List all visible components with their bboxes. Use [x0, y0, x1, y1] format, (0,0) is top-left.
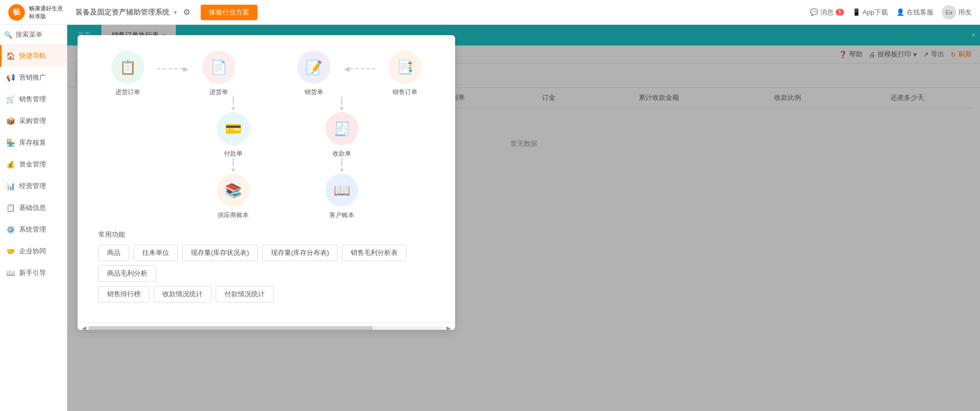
message-icon: 💬: [810, 8, 818, 16]
message-button[interactable]: 💬 消息 5: [810, 8, 844, 17]
message-badge: 5: [836, 9, 844, 16]
func-buttons-row-2: 销售排行榜 收款情况统计 付款情况统计: [98, 286, 434, 302]
sidebar-item-purchase[interactable]: 📦 采购管理: [0, 110, 67, 132]
common-functions-section: 常用功能 商品 往来单位 现存量(库存状况表) 现存量(库存分布表) 销售毛利分…: [98, 230, 434, 302]
payment-label: 付款单: [224, 149, 243, 158]
flow-node-sales-bill[interactable]: 📝 销货单: [284, 51, 343, 97]
arrow-sales-order-to-bill: ◀: [344, 65, 375, 73]
purchase-order-circle: 📋: [111, 51, 144, 84]
scrollbar-thumb: [88, 326, 373, 330]
common-functions-title: 常用功能: [98, 230, 434, 239]
sidebar-item-system[interactable]: ⚙️ 系统管理: [0, 219, 67, 240]
func-btn-stock-status[interactable]: 现存量(库存状况表): [182, 245, 258, 261]
flow-second-row: 💳 付款单 🧾 收款单: [98, 112, 434, 158]
supplier-ledger-label: 供应商账本: [218, 211, 249, 220]
sidebar-item-inventory[interactable]: 🏪 库存核算: [0, 132, 67, 154]
flow-node-receipt[interactable]: 🧾 收款单: [308, 112, 375, 158]
phone-icon: 📱: [852, 8, 861, 16]
arrow-down-sales: ▼: [308, 97, 375, 112]
customer-ledger-label: 客户账本: [329, 211, 354, 220]
purchase-bill-label: 进货单: [209, 88, 228, 97]
sidebar-item-operation[interactable]: 📊 经营管理: [0, 175, 67, 197]
app-download-button[interactable]: 📱 App下载: [852, 8, 888, 17]
flow-node-payment[interactable]: 💳 付款单: [200, 112, 267, 158]
flow-fourth-row: 📚 供应商账本 📖 客户账本: [98, 174, 434, 220]
sidebar-item-newbie[interactable]: 📖 新手引导: [0, 262, 67, 284]
top-right: 💬 消息 5 📱 App下载 👤 在线客服 Ea 用友: [810, 5, 972, 20]
spacer-g: [98, 158, 200, 174]
top-bar: 畅 畅康通好生意 标准版 装备及固定资产辅助管理系统 ▾ ⚙ 体验行业方案 💬 …: [0, 0, 980, 25]
sidebar: 🔍 搜索菜单 🏠 快捷导航 📢 营销推广 🛒 销售管理 📦 采购管理 🏪: [0, 25, 67, 411]
user-menu[interactable]: Ea 用友: [942, 5, 972, 20]
sidebar-item-basic[interactable]: 📋 基础信息: [0, 197, 67, 219]
func-btn-partner[interactable]: 往来单位: [133, 245, 178, 261]
finance-icon: 💰: [6, 160, 15, 169]
settings-icon[interactable]: ⚙: [183, 7, 190, 17]
payment-circle: 💳: [217, 112, 250, 145]
purchase-bill-circle: 📄: [202, 51, 235, 84]
spacer-a: [98, 97, 165, 112]
func-btn-receipt-stats[interactable]: 收款情况统计: [154, 286, 212, 302]
modal-scrollbar: ◀ ▶: [78, 322, 455, 330]
sidebar-item-marketing[interactable]: 📢 营销推广: [0, 67, 67, 88]
func-btn-sales-profit[interactable]: 销售毛利分析表: [342, 245, 406, 261]
scroll-left-icon[interactable]: ◀: [82, 325, 86, 330]
scrollbar-track[interactable]: [88, 326, 444, 330]
scroll-right-icon[interactable]: ▶: [446, 325, 451, 330]
operation-icon: 📊: [6, 181, 15, 191]
logo-area: 畅 畅康通好生意 标准版: [8, 4, 76, 21]
flow-node-customer-ledger[interactable]: 📖 客户账本: [308, 174, 375, 220]
func-btn-sales-rank[interactable]: 销售排行榜: [98, 286, 149, 302]
sales-icon: 🛒: [6, 95, 15, 104]
sidebar-item-quick-nav[interactable]: 🏠 快捷导航: [0, 45, 67, 67]
logo-icon: 畅: [8, 4, 25, 21]
quick-nav-modal: 📋 进货订单 ▶ 📄 进货单: [78, 35, 455, 330]
sales-bill-label: 销货单: [305, 88, 323, 97]
flow-node-sales-order[interactable]: 📑 销售订单: [375, 51, 434, 97]
purchase-order-label: 进货订单: [115, 88, 140, 97]
marketing-icon: 📢: [6, 73, 15, 82]
func-btn-stock-dist[interactable]: 现存量(库存分布表): [262, 245, 338, 261]
logo-text: 畅康通好生意 标准版: [29, 5, 63, 20]
arrow-down-payment: ▼: [200, 158, 267, 174]
system-icon: ⚙️: [6, 225, 15, 234]
func-buttons-row-1: 商品 往来单位 现存量(库存状况表) 现存量(库存分布表) 销售毛利分析表 商品…: [98, 245, 434, 282]
service-icon: 👤: [896, 8, 904, 16]
customer-ledger-circle: 📖: [325, 174, 358, 207]
flow-node-purchase-bill[interactable]: 📄 进货单: [189, 51, 248, 97]
system-name: 装备及固定资产辅助管理系统: [76, 8, 170, 17]
sidebar-search[interactable]: 🔍 搜索菜单: [0, 25, 67, 45]
receipt-label: 收款单: [333, 149, 351, 158]
enterprise-icon: 🤝: [6, 247, 15, 256]
receipt-circle: 🧾: [325, 112, 358, 145]
flow-node-purchase-order[interactable]: 📋 进货订单: [98, 51, 157, 97]
func-btn-payment-stats[interactable]: 付款情况统计: [216, 286, 274, 302]
spacer-b: [165, 97, 200, 112]
arrow-down-purchase: ▼: [200, 97, 267, 112]
flow-arrow-row-2: ▼ ▼: [98, 158, 434, 174]
purchase-icon: 📦: [6, 116, 15, 126]
spacer-h: [267, 158, 308, 174]
sales-bill-circle: 📝: [297, 51, 330, 84]
modal-body: 📋 进货订单 ▶ 📄 进货单: [78, 35, 455, 322]
user-avatar: Ea: [942, 5, 956, 20]
online-service-button[interactable]: 👤 在线客服: [896, 8, 933, 17]
home-icon: 🏠: [6, 51, 15, 60]
spacer-c: [267, 97, 308, 112]
flow-top-row: 📋 进货订单 ▶ 📄 进货单: [98, 51, 434, 97]
newbie-icon: 📖: [6, 268, 15, 278]
arrow-purchase-order-to-bill: ▶: [157, 65, 189, 73]
sidebar-item-enterprise[interactable]: 🤝 企业协同: [0, 240, 67, 262]
flow-node-supplier-ledger[interactable]: 📚 供应商账本: [200, 174, 267, 220]
system-title: 装备及固定资产辅助管理系统 ▾ ⚙ 体验行业方案: [76, 5, 810, 20]
experience-btn[interactable]: 体验行业方案: [201, 5, 258, 20]
func-btn-product-profit[interactable]: 商品毛利分析: [98, 265, 156, 282]
system-dropdown-icon[interactable]: ▾: [174, 9, 177, 16]
sidebar-item-sales[interactable]: 🛒 销售管理: [0, 88, 67, 110]
sidebar-item-finance[interactable]: 💰 资金管理: [0, 154, 67, 175]
func-btn-product[interactable]: 商品: [98, 245, 129, 261]
sales-order-label: 销售订单: [393, 88, 417, 97]
supplier-ledger-circle: 📚: [217, 174, 250, 207]
sales-order-circle: 📑: [388, 51, 421, 84]
modal-overlay[interactable]: 📋 进货订单 ▶ 📄 进货单: [67, 25, 980, 411]
